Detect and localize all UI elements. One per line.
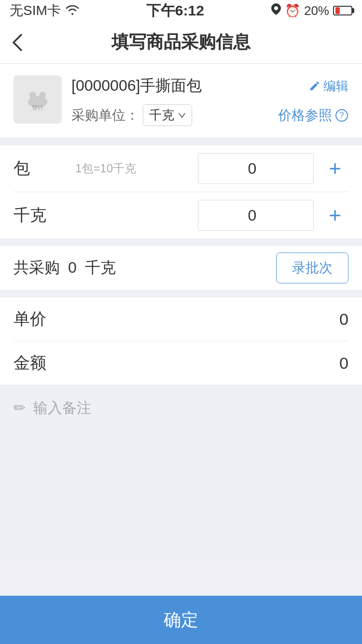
- amount-value: 0: [339, 354, 348, 373]
- package-sublabel: 1包=10千克: [75, 161, 136, 176]
- divider-3: [0, 238, 362, 246]
- package-input-right: +: [198, 153, 348, 184]
- amount-row: 金额 0: [0, 341, 362, 385]
- status-left: 无SIM卡: [10, 1, 79, 20]
- remark-section[interactable]: ✏ 输入备注: [0, 385, 362, 443]
- info-section: 单价 0 金额 0: [0, 297, 362, 385]
- product-info: [0000006]手撕面包 编辑 采购单位： 千克: [71, 75, 348, 126]
- package-label: 包: [14, 157, 71, 180]
- unit-price-label: 单价: [14, 308, 46, 330]
- unit-price-row: 单价 0: [0, 297, 362, 341]
- product-full-name: [0000006]手撕面包: [71, 75, 202, 97]
- summary-label: 共采购 0 千克: [14, 257, 116, 279]
- confirm-bar[interactable]: 确定: [0, 596, 362, 644]
- unit-select[interactable]: 千克: [143, 104, 192, 126]
- battery-percent: 20%: [304, 3, 329, 18]
- pencil-icon: ✏: [14, 399, 26, 416]
- price-ref-label: 价格参照: [278, 106, 332, 125]
- divider-1: [0, 138, 362, 145]
- nav-bar: 填写商品采购信息: [0, 21, 362, 64]
- summary-section: 共采购 0 千克 录批次: [0, 246, 362, 290]
- unit-label: 采购单位：: [71, 106, 139, 125]
- page-title: 填写商品采购信息: [111, 30, 251, 54]
- edit-label: 编辑: [323, 78, 348, 95]
- remark-placeholder: 输入备注: [33, 398, 91, 418]
- kg-input-right: +: [198, 200, 348, 231]
- alarm-icon: ⏰: [285, 3, 300, 18]
- divider-4: [0, 290, 362, 297]
- package-section: 包 1包=10千克 + 千克 +: [0, 145, 362, 238]
- price-ref-button[interactable]: 价格参照 ?: [278, 106, 348, 125]
- status-bar: 无SIM卡 下午6:12 ⏰ 20%: [0, 0, 362, 21]
- back-button[interactable]: [12, 33, 23, 52]
- package-qty-input[interactable]: [198, 153, 314, 184]
- package-input-row: 包 1包=10千克 +: [0, 145, 362, 192]
- empty-space: [0, 443, 362, 559]
- summary-unit: 千克: [85, 259, 116, 276]
- product-image: 智计: [14, 75, 62, 124]
- confirm-label: 确定: [164, 608, 198, 632]
- kg-plus-button[interactable]: +: [321, 202, 348, 229]
- package-plus-button[interactable]: +: [321, 155, 348, 182]
- battery-icon: [333, 6, 352, 15]
- carrier-text: 无SIM卡: [10, 1, 61, 20]
- product-unit-row: 采购单位： 千克 价格参照 ?: [71, 104, 348, 126]
- unit-price-value: 0: [339, 310, 348, 329]
- unit-value: 千克: [149, 107, 174, 124]
- product-name-row: [0000006]手撕面包 编辑: [71, 75, 348, 97]
- summary-text-label: 共采购: [14, 259, 60, 276]
- summary-row: 共采购 0 千克 录批次: [0, 246, 362, 290]
- wifi-icon: [66, 3, 79, 18]
- svg-text:?: ?: [340, 111, 344, 119]
- kg-input-row: 千克 +: [0, 192, 362, 238]
- batch-button[interactable]: 录批次: [276, 252, 348, 283]
- edit-button[interactable]: 编辑: [309, 78, 348, 95]
- summary-value: 0: [68, 259, 77, 276]
- svg-text:智计: 智计: [32, 104, 43, 111]
- kg-qty-input[interactable]: [198, 200, 314, 231]
- status-time: 下午6:12: [146, 1, 204, 21]
- status-right: ⏰ 20%: [271, 3, 352, 18]
- kg-label: 千克: [14, 204, 71, 226]
- location-icon: [271, 3, 281, 18]
- product-card: 智计 [0000006]手撕面包 编辑 采购单位： 千克: [0, 64, 362, 138]
- amount-label: 金额: [14, 352, 46, 374]
